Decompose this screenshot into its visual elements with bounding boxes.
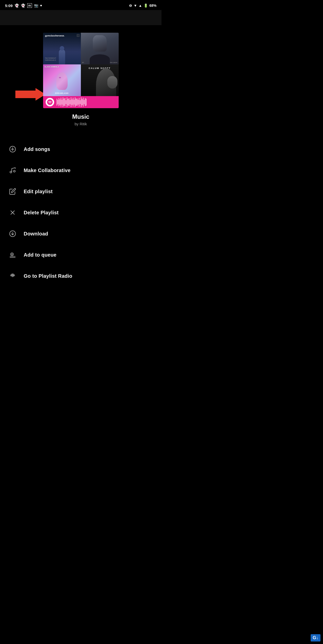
delete-playlist-label: Delete Playlist [24,210,59,216]
status-bar: 5:09 👻 👻 m 📷 ⊖ ▼ ▲ 🔋 68% [0,0,162,10]
dreamland-text: DREAMLAND [55,92,69,94]
spotify-logo [46,98,54,106]
edit-playlist-label: Edit playlist [24,189,53,194]
svg-point-5 [10,171,12,173]
arrow-indicator [15,88,46,101]
status-time: 5:09 👻 👻 m 📷 [5,3,42,8]
download-icon [8,229,18,239]
add-to-queue-item[interactable]: Add to queue [0,244,162,265]
add-to-queue-icon [8,250,18,260]
spotify-code-banner [43,96,119,108]
go-to-radio-label: Go to Playlist Radio [24,273,72,279]
add-songs-item[interactable]: Add songs [0,139,162,160]
snapchat2-icon: 👻 [21,4,25,8]
add-to-queue-label: Add to queue [24,252,56,258]
svg-point-6 [14,170,15,172]
instagram-icon: 📷 [34,4,38,8]
go-to-radio-icon [8,271,18,281]
artwork-section: gymclassheroese. THE PAPERCUT CHRONICLES… [0,25,162,134]
delete-playlist-icon [8,208,18,218]
m-icon: m [27,3,32,8]
artwork-cell-gym-class: gymclassheroese. THE PAPERCUT CHRONICLES… [43,33,81,64]
edit-playlist-item[interactable]: Edit playlist [0,181,162,202]
playlist-info: Music by Ritik [72,108,89,129]
artwork-cell-liam: lp1 liam payne [81,33,119,64]
svg-point-16 [12,275,13,277]
time-display: 5:09 [5,4,13,8]
make-collaborative-label: Make Collaborative [24,168,71,173]
signal-icon: ▲ [139,4,142,8]
snapchat-icon: 👻 [15,4,19,8]
artwork-cell-glass-animals: GLASS ANIMALS DREAMLAND [43,64,81,96]
battery-icon: 🔋 [144,4,148,8]
download-label: Download [24,231,48,237]
edit-playlist-icon [8,186,18,196]
dot-indicator [40,5,42,6]
wifi-icon: ▼ [134,4,137,8]
add-songs-label: Add songs [24,146,50,152]
add-songs-icon [8,144,18,154]
top-background [0,10,162,25]
playlist-author: by Ritik [72,122,89,126]
gym-class-text: gymclassheroese. [45,35,65,37]
artwork-cell-calum: CALUM SCOTT [81,64,119,96]
spotify-barcode [57,97,116,107]
playlist-artwork: gymclassheroese. THE PAPERCUT CHRONICLES… [43,33,119,108]
status-indicators: ⊖ ▼ ▲ 🔋 68% [129,4,156,8]
delete-playlist-item[interactable]: Delete Playlist [0,202,162,223]
go-to-radio-item[interactable]: Go to Playlist Radio [0,265,162,287]
artwork-grid: gymclassheroese. THE PAPERCUT CHRONICLES… [43,33,119,96]
playlist-title: Music [72,113,89,120]
make-collaborative-icon [8,165,18,175]
battery-percent: 68% [149,4,156,8]
glass-animals-text: GLASS ANIMALS [45,66,59,68]
make-collaborative-item[interactable]: Make Collaborative [0,160,162,181]
menu-list: Add songs Make Collaborative Edit playli… [0,139,162,287]
mute-icon: ⊖ [129,4,132,8]
svg-marker-0 [15,88,46,101]
download-item[interactable]: Download [0,223,162,244]
